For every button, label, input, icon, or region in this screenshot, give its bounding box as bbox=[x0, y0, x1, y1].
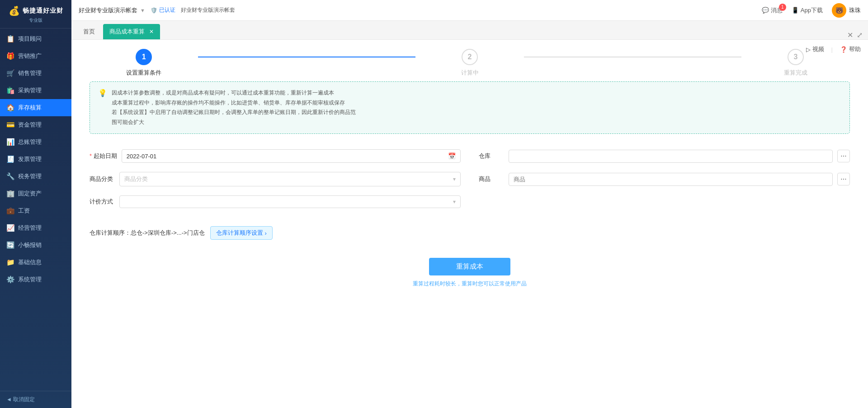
account-chevron-icon: ▼ bbox=[140, 8, 145, 13]
close-window-button[interactable]: ✕ bbox=[847, 31, 853, 39]
sidebar-item-operation[interactable]: 📈 经营管理 bbox=[0, 219, 71, 237]
goods-input[interactable] bbox=[514, 176, 828, 183]
category-placeholder: 商品分类 bbox=[124, 175, 453, 183]
sidebar-item-purchase[interactable]: 🛍️ 采购管理 bbox=[0, 82, 71, 99]
user-profile[interactable]: 🐻 珠珠 bbox=[832, 3, 861, 18]
form-row-2: 商品分类 商品分类 ▾ 商品 ··· bbox=[90, 172, 850, 186]
tab-recalc-label: 商品成本重算 bbox=[109, 28, 145, 36]
recalc-section: 重算成本 重算过程耗时较长，重算时您可以正常使用产品 bbox=[71, 253, 868, 292]
sidebar-label-marketing: 营销推广 bbox=[18, 52, 42, 60]
expand-window-button[interactable]: ⤢ bbox=[857, 31, 863, 39]
sidebar-item-expense[interactable]: 🔄 小畅报销 bbox=[0, 237, 71, 254]
step-2-label: 计算中 bbox=[461, 69, 479, 77]
app-subtitle: 专业版 bbox=[29, 17, 42, 24]
salary-icon: 💼 bbox=[6, 207, 14, 215]
recalc-hint: 重算过程耗时较长，重算时您可以正常使用产品 bbox=[413, 280, 527, 288]
sidebar-label-expense: 小畅报销 bbox=[18, 241, 42, 249]
category-select[interactable]: 商品分类 ▾ bbox=[119, 172, 461, 186]
sidebar-label-assets: 固定资产 bbox=[18, 190, 42, 198]
account-selector[interactable]: 好业财专业版演示帐套 ▼ bbox=[79, 6, 145, 14]
sidebar-item-system[interactable]: ⚙️ 系统管理 bbox=[0, 271, 71, 288]
system-icon: ⚙️ bbox=[6, 275, 14, 284]
warehouse-input[interactable] bbox=[514, 153, 828, 160]
app-title: 畅捷通好业财 bbox=[23, 7, 63, 15]
goods-dots-button[interactable]: ··· bbox=[837, 173, 850, 185]
topbar: 好业财专业版演示帐套 ▼ 🛡️ 已认证 好业财专业版演示帐套 💬 消息 1 📱 … bbox=[71, 0, 868, 21]
start-date-input-wrap[interactable]: 📅 bbox=[122, 149, 461, 163]
notice-icon: 💡 bbox=[98, 89, 107, 127]
start-date-field: 起始日期 📅 bbox=[90, 149, 461, 163]
sidebar-item-invoice[interactable]: 🧾 发票管理 bbox=[0, 151, 71, 168]
sidebar-item-project[interactable]: 📋 项目顾问 bbox=[0, 30, 71, 47]
main-area: 好业财专业版演示帐套 ▼ 🛡️ 已认证 好业财专业版演示帐套 💬 消息 1 📱 … bbox=[71, 0, 868, 408]
purchase-icon: 🛍️ bbox=[6, 86, 14, 95]
sidebar-item-sales[interactable]: 🛒 销售管理 bbox=[0, 65, 71, 82]
logo-icon: 💰 bbox=[9, 5, 20, 16]
sidebar-item-inventory[interactable]: 🏠 库存核算 bbox=[0, 99, 71, 116]
form-row-3: 计价方式 ▾ bbox=[90, 195, 850, 208]
sidebar-label-accounting: 总账管理 bbox=[18, 138, 42, 146]
step-1-num: 1 bbox=[142, 53, 146, 61]
notice-text: 因成本计算参数调整，或是对商品成本有疑问时，可以通过成本重算功能，重新计算一遍成… bbox=[112, 88, 356, 127]
goods-label: 商品 bbox=[479, 175, 504, 183]
notice-line-1: 因成本计算参数调整，或是对商品成本有疑问时，可以通过成本重算功能，重新计算一遍成… bbox=[112, 88, 356, 98]
tabbar: 首页 商品成本重算 ✕ ✕ ⤢ bbox=[71, 21, 868, 40]
category-field: 商品分类 商品分类 ▾ bbox=[90, 172, 461, 186]
sidebar-label-project: 项目顾问 bbox=[18, 35, 42, 43]
video-button[interactable]: ▷ 视频 bbox=[806, 45, 824, 53]
form-row-1: 起始日期 📅 仓库 ··· bbox=[90, 149, 850, 163]
warehouse-order-row: 仓库计算顺序：总仓->深圳仓库->...->门店仓 仓库计算顺序设置 › bbox=[71, 226, 868, 240]
calendar-icon[interactable]: 📅 bbox=[448, 152, 456, 160]
tab-close-icon[interactable]: ✕ bbox=[149, 28, 154, 35]
app-download-button[interactable]: 📱 App下载 bbox=[792, 6, 823, 14]
step-2: 2 计算中 bbox=[415, 49, 524, 77]
video-label: 视频 bbox=[812, 45, 824, 53]
step-1: 1 设置重算条件 bbox=[90, 49, 198, 77]
sidebar-item-basic[interactable]: 📁 基础信息 bbox=[0, 254, 71, 271]
pin-label: ◄ 取消固定 bbox=[6, 396, 35, 403]
shield-icon: 🛡️ bbox=[151, 7, 157, 14]
sidebar-label-basic: 基础信息 bbox=[18, 258, 42, 266]
message-badge: 1 bbox=[779, 4, 786, 11]
recalc-button[interactable]: 重算成本 bbox=[429, 258, 510, 275]
sidebar-label-invoice: 发票管理 bbox=[18, 155, 42, 163]
start-date-input[interactable] bbox=[127, 153, 445, 160]
sidebar-item-salary[interactable]: 💼 工资 bbox=[0, 202, 71, 219]
sidebar-item-tax[interactable]: 🔧 税务管理 bbox=[0, 168, 71, 185]
goods-field: 商品 ··· bbox=[479, 173, 850, 186]
category-chevron-icon: ▾ bbox=[453, 176, 456, 182]
sidebar-item-assets[interactable]: 🏢 固定资产 bbox=[0, 185, 71, 202]
step-3-label: 重算完成 bbox=[784, 69, 807, 77]
marketing-icon: 🎁 bbox=[6, 52, 14, 60]
help-button[interactable]: ❓ 帮助 bbox=[840, 45, 861, 53]
sidebar-label-system: 系统管理 bbox=[18, 275, 42, 284]
sidebar-item-marketing[interactable]: 🎁 营销推广 bbox=[0, 47, 71, 65]
category-label: 商品分类 bbox=[90, 175, 115, 183]
tab-home[interactable]: 首页 bbox=[77, 24, 101, 39]
account-name: 好业财专业版演示帐套 bbox=[79, 6, 137, 14]
operation-icon: 📈 bbox=[6, 224, 14, 232]
pricing-select[interactable]: ▾ bbox=[119, 195, 461, 208]
avatar: 🐻 bbox=[832, 3, 846, 18]
warehouse-dots-button[interactable]: ··· bbox=[837, 150, 850, 162]
tab-recalc[interactable]: 商品成本重算 ✕ bbox=[103, 24, 160, 39]
help-icon: ❓ bbox=[840, 46, 847, 53]
window-controls: ✕ ⤢ bbox=[844, 31, 863, 39]
sidebar-item-finance[interactable]: 💳 资金管理 bbox=[0, 116, 71, 133]
sidebar-pin-toggle[interactable]: ◄ 取消固定 bbox=[0, 391, 71, 408]
warehouse-order-settings-button[interactable]: 仓库计算顺序设置 › bbox=[210, 226, 273, 240]
sales-icon: 🛒 bbox=[6, 69, 14, 77]
sidebar-item-accounting[interactable]: 📊 总账管理 bbox=[0, 133, 71, 151]
steps-container: 1 设置重算条件 2 计算中 3 重算完成 bbox=[71, 40, 868, 81]
pricing-label: 计价方式 bbox=[90, 198, 115, 206]
message-button[interactable]: 💬 消息 1 bbox=[762, 6, 783, 14]
verified-text: 已认证 bbox=[159, 6, 175, 14]
step-2-num: 2 bbox=[468, 53, 472, 61]
tab-home-label: 首页 bbox=[83, 28, 95, 36]
warehouse-label: 仓库 bbox=[479, 152, 504, 160]
message-icon: 💬 bbox=[762, 7, 769, 14]
sidebar-label-purchase: 采购管理 bbox=[18, 86, 42, 95]
step-1-circle: 1 bbox=[136, 49, 152, 65]
content-controls: ▷ 视频 | ❓ 帮助 bbox=[806, 45, 861, 53]
basic-icon: 📁 bbox=[6, 258, 14, 266]
